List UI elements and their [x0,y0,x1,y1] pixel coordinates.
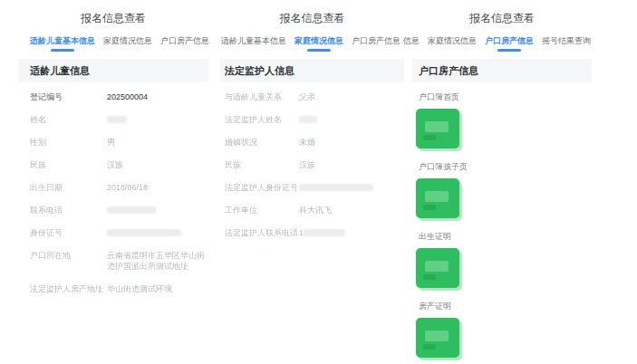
field-value: 2018/06/18 [107,182,208,193]
redacted-value-block [107,206,156,214]
attachment-thumbnail[interactable] [416,178,459,218]
tab[interactable]: 适龄儿童基本信息 [221,35,286,46]
section-title: 户口房产信息 [419,64,478,78]
section-title: 适龄儿童信息 [30,64,90,78]
attachment-label: 房产证明 [419,301,592,311]
thumbnail-image-blob [425,330,449,341]
field-value-text: 汉族 [299,160,315,169]
tab[interactable]: 摇号结果查询 [542,35,591,46]
tab-label: 适龄儿童基本信息 [221,36,286,45]
tab[interactable]: 家庭情况信息 [103,35,152,46]
attachment-item: 房产证明 [419,301,592,358]
field-value [107,205,208,216]
field-label: 性别 [30,137,107,148]
section-header: 适龄儿童信息 [18,59,208,82]
tab-label: 户口房产信息 [352,36,401,45]
redacted-value-block [304,229,345,236]
field-row: 法定监护人身份证号 [225,182,404,193]
tab[interactable]: 适龄儿童基本信息 [402,35,420,46]
field-value: 未婚 [299,137,404,148]
field-label: 工作单位 [225,205,299,216]
field-row: 户口所在地 云南省昆明市五华区华山街道护国派出所测试地址 [30,250,208,272]
field-value: 父亲 [299,91,404,102]
field-value-text: 男 [107,138,115,147]
field-row: 婚姻状况 未婚 [225,137,404,148]
field-value: 1 [299,227,404,238]
attachment-label: 户口簿孩子页 [419,161,592,172]
panel-guardian-info: 报名信息查看 适龄儿童基本信息家庭情况信息户口房产信息 法定监护人信息 与适龄儿… [220,0,404,364]
field-label: 法定监护人房产地址 [30,283,107,294]
tab-label: 户口房产信息 [485,36,534,45]
field-value-text: 202500004 [107,92,148,101]
field-row: 法定监护人姓名 [225,114,404,125]
tab[interactable]: 户口房产信息 [160,35,209,46]
section-header: 法定监护人信息 [220,59,404,82]
attachment-thumbnail[interactable] [416,248,459,288]
field-value: 云南省昆明市五华区华山街道护国派出所测试地址 [107,250,208,272]
field-row: 法定监护人联系电话 1 [225,227,404,238]
field-value-text: 科大讯飞 [299,206,332,215]
tab-label: 摇号结果查询 [542,36,591,45]
field-row: 联系电话 [30,205,208,216]
field-label: 法定监护人身份证号 [225,182,299,193]
field-value-text: 汉族 [107,160,123,169]
field-value: 202500004 [107,91,208,102]
redacted-value-block [107,229,181,236]
field-label: 户口所在地 [30,250,107,272]
field-value-text: 未婚 [299,138,315,147]
tab-bar: 适龄儿童基本信息家庭情况信息户口房产信息摇号结果查询 [402,35,592,52]
thumbnail-image-blob-small [423,205,436,210]
tab[interactable]: 家庭情况信息 [294,35,343,52]
field-row: 工作单位 科大讯飞 [225,205,404,216]
tab-bar: 适龄儿童基本信息家庭情况信息户口房产信息 [18,35,208,52]
field-value: 汉族 [107,159,208,170]
field-list: 与适龄儿童关系 父亲 法定监护人姓名 婚姻状况 未婚 民族 汉族 法定监护人身份… [220,82,404,238]
tab-label: 家庭情况信息 [294,36,343,45]
thumbnail-image-blob-small [423,344,436,350]
thumbnail-image-blob-small [423,135,436,140]
tab-label: 适龄儿童基本信息 [30,36,95,45]
tab[interactable]: 家庭情况信息 [428,35,477,46]
registration-info-page: 报名信息查看 适龄儿童基本信息家庭情况信息户口房产信息 适龄儿童信息 登记编号 … [0,0,637,364]
tab[interactable]: 适龄儿童基本信息 [30,35,95,52]
field-row: 法定监护人房产地址 华山街道测试环境 [30,283,208,294]
thumbnail-image-blob [425,261,449,272]
field-row: 民族 汉族 [30,159,208,170]
page-title: 报名信息查看 [220,12,404,24]
field-row: 出生日期 2018/06/18 [30,182,208,193]
field-label: 身份证号 [30,227,107,238]
section-header: 户口房产信息 [412,59,592,82]
tab-label: 户口房产信息 [160,36,209,45]
tab[interactable]: 户口房产信息 [352,35,401,46]
thumbnail-image-blob [425,191,449,202]
field-row: 与适龄儿童关系 父亲 [225,91,404,102]
redacted-value-block [299,116,317,123]
attachment-thumbnail[interactable] [416,318,459,358]
field-value [299,182,404,193]
field-label: 与适龄儿童关系 [225,91,299,102]
tab[interactable]: 户口房产信息 [485,35,534,52]
field-label: 法定监护人姓名 [225,114,299,125]
field-label: 民族 [225,159,299,170]
field-value-text: 华山街道测试环境 [107,284,172,293]
attachment-thumbnail[interactable] [416,109,459,148]
attachment-label: 户口簿首页 [419,91,592,102]
field-row: 登记编号 202500004 [30,91,208,102]
field-label: 姓名 [30,114,107,125]
field-value-text: 2018/06/18 [107,183,148,192]
redacted-value-block [107,116,127,123]
panel-child-basic-info: 报名信息查看 适龄儿童基本信息家庭情况信息户口房产信息 适龄儿童信息 登记编号 … [18,0,208,364]
section-title: 法定监护人信息 [225,64,294,78]
field-value: 华山街道测试环境 [107,283,208,294]
redacted-value-block [299,184,373,191]
field-label: 联系电话 [30,205,107,216]
attachment-item: 出生证明 [419,231,592,288]
tab-label: 家庭情况信息 [103,36,152,45]
tab-label: 家庭情况信息 [428,36,477,45]
field-value: 男 [107,137,208,148]
field-label: 婚姻状况 [225,137,299,148]
field-value-text: 云南省昆明市五华区华山街道护国派出所测试地址 [107,251,205,271]
tab-bar: 适龄儿童基本信息家庭情况信息户口房产信息 [220,35,404,52]
attachment-label: 出生证明 [419,231,592,242]
page-title: 报名信息查看 [412,12,592,24]
